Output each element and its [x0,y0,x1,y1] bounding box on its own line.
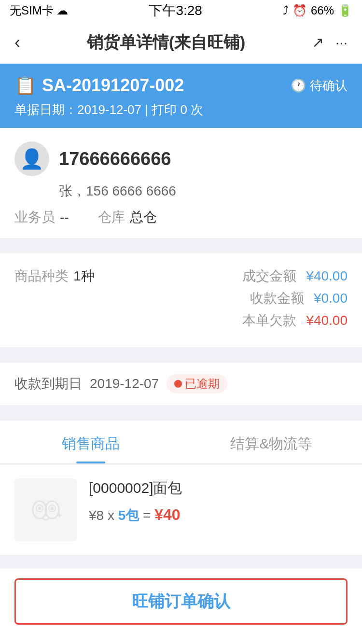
received-value: ¥0.00 [314,291,348,306]
avatar: 👤 [14,141,49,176]
tab-active-underline [76,462,105,463]
status-right: ⤴ ⏰ 66% 🔋 [283,4,352,17]
salesperson-value: -- [60,210,69,225]
order-header-top: 📋 SA-20191207-002 🕐 待确认 [14,75,348,96]
price-total: ¥40 [154,506,180,523]
status-clock-icon: 🕐 [291,78,306,93]
sim-label: 无SIM卡 ☁ [10,3,68,18]
customer-row: 👤 17666666666 [14,141,348,176]
battery-icon: 🔋 [338,4,352,17]
transaction-label: 成交金额 [242,267,296,285]
more-icon[interactable]: ··· [335,34,348,51]
amounts: 成交金额 ¥40.00 收款金额 ¥0.00 本单欠款 ¥40.00 [242,267,348,334]
owed-row: 本单欠款 ¥40.00 [242,311,348,330]
received-label: 收款金额 [250,289,304,308]
order-header: 📋 SA-20191207-002 🕐 待确认 单据日期：2019-12-07 … [0,64,362,128]
status-left: 无SIM卡 ☁ [10,3,68,18]
tabs-row: 销售商品 结算&物流等 [0,420,362,463]
alarm-icon: ⏰ [292,4,307,17]
overdue-dot-icon [174,380,182,388]
price-base: ¥8 [89,508,104,523]
salesperson-info: 业务员 -- [14,208,69,226]
product-price: ¥8 x 5包 = ¥40 [89,506,348,525]
warehouse-value: 总仓 [130,208,157,226]
divider-1 [0,246,362,253]
order-status: 🕐 待确认 [291,77,348,94]
customer-phone: 17666666666 [59,149,171,169]
page-title: 销货单详情(来自旺铺) [87,31,246,54]
product-name: [0000002]面包 [89,478,348,498]
transaction-value: ¥40.00 [306,268,348,284]
customer-section: 👤 17666666666 张，156 6666 6666 业务员 -- 仓库 … [0,128,362,238]
divider-2 [0,355,362,363]
customer-name: 张，156 6666 6666 [59,182,348,200]
product-type-label: 商品种类 [14,267,69,285]
product-type-value: 1种 [73,267,95,285]
product-section: + [0000002]面包 ¥8 x 5包 = ¥40 [0,465,362,555]
bottom-bar: 旺铺订单确认 [0,569,362,644]
tab-sales-products[interactable]: 销售商品 [0,420,181,463]
transaction-row: 成交金额 ¥40.00 [242,267,348,285]
tab-settlement[interactable]: 结算&物流等 [181,420,362,463]
nav-bar: ‹ 销货单详情(来自旺铺) ↗ ··· [0,21,362,64]
summary-section: 商品种类 1种 成交金额 ¥40.00 收款金额 ¥0.00 本单欠款 ¥40.… [0,253,362,347]
due-label: 收款到期日 [14,375,82,393]
battery-label: 66% [311,4,334,17]
owed-label: 本单欠款 [242,311,296,330]
location-icon: ⤴ [283,4,289,17]
tab-sales-label: 销售商品 [62,435,120,451]
status-time: 下午3:28 [149,1,202,20]
received-row: 收款金额 ¥0.00 [242,289,348,308]
svg-point-4 [38,507,41,510]
customer-info-row: 业务员 -- 仓库 总仓 [14,208,348,226]
confirm-order-button[interactable]: 旺铺订单确认 [14,578,348,625]
product-thumbnail: + [14,478,77,541]
salesperson-label: 业务员 [14,208,55,226]
order-date: 单据日期：2019-12-07 | 打印 0 次 [14,101,348,118]
divider-3 [0,413,362,420]
nav-actions: ↗ ··· [312,34,348,51]
quantity: 5包 [118,508,139,523]
due-section: 收款到期日 2019-12-07 已逾期 [0,363,362,405]
order-id-icon: 📋 [14,75,36,96]
summary-row: 商品种类 1种 成交金额 ¥40.00 收款金额 ¥0.00 本单欠款 ¥40.… [14,267,348,334]
product-logo-svg: + [24,493,68,527]
status-bar: 无SIM卡 ☁ 下午3:28 ⤴ ⏰ 66% 🔋 [0,0,362,21]
product-type: 商品种类 1种 [14,267,95,285]
person-icon: 👤 [20,148,44,170]
svg-point-5 [51,507,54,510]
warehouse-label: 仓库 [98,208,125,226]
back-button[interactable]: ‹ [14,32,20,53]
share-icon[interactable]: ↗ [312,34,324,51]
owed-value: ¥40.00 [306,313,348,328]
order-id: 📋 SA-20191207-002 [14,75,184,96]
tabs-section: 销售商品 结算&物流等 [0,420,362,464]
overdue-text: 已逾期 [185,376,220,392]
order-id-text: SA-20191207-002 [42,75,184,96]
warehouse-info: 仓库 总仓 [98,208,157,226]
tab-settlement-label: 结算&物流等 [230,435,312,451]
svg-text:+: + [57,510,62,520]
overdue-badge: 已逾期 [167,374,227,393]
product-info: [0000002]面包 ¥8 x 5包 = ¥40 [89,478,348,525]
due-date-value: 2019-12-07 [90,376,159,392]
order-status-text: 待确认 [310,77,348,94]
